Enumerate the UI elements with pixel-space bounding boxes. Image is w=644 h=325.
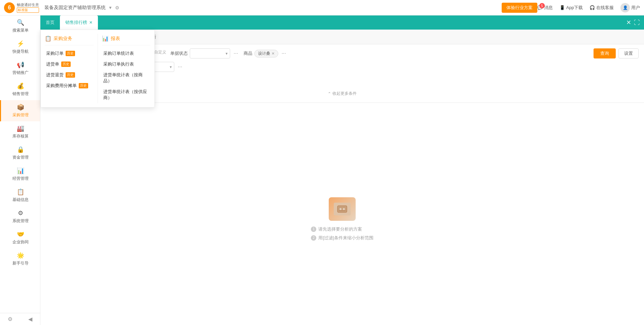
gear-icon[interactable]: ⚙ xyxy=(115,5,119,10)
user-label: 用户 xyxy=(631,5,640,11)
sidebar-item-inventory[interactable]: 🏭 库存核算 xyxy=(0,121,40,143)
sidebar: 🔍 搜索菜单 ⚡ 快捷导航 📢 营销推广 💰 销售管理 📦 采购管理 🏭 库存核… xyxy=(0,15,40,325)
goods-tag-close[interactable]: ✕ xyxy=(272,51,275,56)
tab-sales-rank[interactable]: 销售排行榜 ✕ xyxy=(60,15,98,30)
tab-sales-rank-label: 销售排行榜 xyxy=(65,19,87,26)
sidebar-item-sales[interactable]: 💰 销售管理 xyxy=(0,79,40,100)
dropdown-report-1[interactable]: 采购订单统计表 xyxy=(102,48,151,59)
report-3-label: 进货单统计表（按商品） xyxy=(103,72,149,84)
report-4-label: 进货单统计表（按供应商） xyxy=(103,89,149,101)
status-select[interactable] xyxy=(190,48,230,58)
report-col-title-text: 报表 xyxy=(111,36,120,42)
headset-icon: 🎧 xyxy=(589,5,595,10)
logo-subtitle: 畅捷通好生意 xyxy=(17,2,39,7)
app-label: App下载 xyxy=(566,5,583,11)
empty-hint-2: 2 用[过滤]条件来缩小分析范围 xyxy=(311,235,373,241)
factory-icon: 🏭 xyxy=(17,125,24,132)
action-btns: 查询 设置 xyxy=(594,48,639,58)
incoming-label: 进货单 xyxy=(46,61,59,67)
phone-icon: 📱 xyxy=(560,5,565,10)
settings-filter-btn[interactable]: 设置 xyxy=(618,48,639,58)
tab-maximize-icon[interactable]: ⛶ xyxy=(634,19,640,26)
empty-screen xyxy=(334,203,351,215)
sidebar-item-operations[interactable]: 📊 经营管理 xyxy=(0,164,40,185)
dropdown-purchase-col: 📋 采购业务 采购订单 历史 进货单 历史 进货退货 历史 采购费用分摊单 历史 xyxy=(41,34,98,103)
logo-area: 6 畅捷通好生意 标准版 xyxy=(4,2,44,13)
empty-hint-1: 1 请先选择要分析的方案 xyxy=(311,226,373,232)
status-label: 单据状态 xyxy=(170,50,188,56)
dropdown-menu: 📋 采购业务 采购订单 历史 进货单 历史 进货退货 历史 采购费用分摊单 历史 xyxy=(40,30,155,108)
sidebar-item-marketing[interactable]: 📢 营销推广 xyxy=(0,58,40,79)
sidebar-item-finance[interactable]: 🔒 资金管理 xyxy=(0,143,40,164)
dropdown-cols: 📋 采购业务 采购订单 历史 进货单 历史 进货退货 历史 采购费用分摊单 历史 xyxy=(41,34,154,103)
sidebar-label-operations: 经营管理 xyxy=(12,176,29,181)
salesperson-ellipsis[interactable]: ··· xyxy=(176,64,183,70)
sidebar-collapse-btn[interactable]: ◀ xyxy=(28,316,32,322)
svg-point-1 xyxy=(339,208,342,210)
sidebar-item-collab[interactable]: 🤝 企业协同 xyxy=(0,227,40,248)
tab-bar-right: ✕ ⛶ xyxy=(626,19,644,26)
main-content: 1 请先选择要分析的方案 2 用[过滤]条件来缩小分析范围 xyxy=(40,103,644,325)
status-select-wrap: ▼ xyxy=(190,48,230,58)
sidebar-label-quick: 快捷导航 xyxy=(12,49,29,54)
dropdown-expense[interactable]: 采购费用分摊单 历史 xyxy=(45,80,94,91)
sidebar-item-search[interactable]: 🔍 搜索菜单 xyxy=(0,15,40,37)
hint1-text: 请先选择要分析的方案 xyxy=(318,226,362,232)
sidebar-label-basic: 基础信息 xyxy=(12,197,29,203)
custom-date-link[interactable]: 自定义 xyxy=(154,49,166,58)
svg-rect-3 xyxy=(339,210,346,211)
dropdown-report-4[interactable]: 进货单统计表（按供应商） xyxy=(102,86,151,103)
tab-close-icon[interactable]: ✕ xyxy=(89,20,93,25)
money-icon: 💰 xyxy=(17,82,24,90)
dropdown-report-col: 📊 报表 采购订单统计表 采购订单执行表 进货单统计表（按商品） 进货单统计表（… xyxy=(98,34,155,103)
report-2-label: 采购订单执行表 xyxy=(103,61,134,67)
user-btn[interactable]: 👤 用户 xyxy=(620,3,640,12)
goods-label: 商品 xyxy=(244,50,252,56)
sidebar-item-quick[interactable]: ⚡ 快捷导航 xyxy=(0,37,40,58)
tab-home[interactable]: 首页 xyxy=(40,15,60,30)
service-btn[interactable]: 🎧 在线客服 xyxy=(589,5,614,11)
sidebar-bottom: ⚙ ◀ xyxy=(0,313,40,325)
goods-tag-value: 设计桑 xyxy=(258,51,270,56)
tab-close-all-icon[interactable]: ✕ xyxy=(626,19,631,26)
search-icon: 🔍 xyxy=(17,19,24,26)
empty-text: 1 请先选择要分析的方案 2 用[过滤]条件来缩小分析范围 xyxy=(311,226,373,241)
industry-btn[interactable]: 体验行业方案 xyxy=(502,3,537,13)
message-btn[interactable]: 💬 5 消息 xyxy=(537,5,553,11)
box-icon: 📦 xyxy=(17,104,24,111)
sidebar-item-guide[interactable]: 🌟 新手引导 xyxy=(0,248,40,270)
goods-ellipsis[interactable]: ··· xyxy=(280,50,287,56)
report-col-title: 📊 报表 xyxy=(102,34,151,45)
sidebar-label-search: 搜索菜单 xyxy=(12,28,29,33)
purchase-title-icon: 📋 xyxy=(45,35,51,42)
megaphone-icon: 📢 xyxy=(17,61,24,69)
sidebar-settings-btn[interactable]: ⚙ xyxy=(8,316,12,322)
dropdown-incoming[interactable]: 进货单 历史 xyxy=(45,59,94,70)
sidebar-item-basic[interactable]: 📋 基础信息 xyxy=(0,185,40,206)
sidebar-label-collab: 企业协同 xyxy=(12,239,29,245)
sidebar-label-finance: 资金管理 xyxy=(12,155,29,160)
purchase-order-label: 采购订单 xyxy=(46,50,64,56)
sidebar-label-purchase: 采购管理 xyxy=(12,112,29,118)
dropdown-purchase-order[interactable]: 采购订单 历史 xyxy=(45,48,94,59)
sidebar-label-inventory: 库存核算 xyxy=(12,133,29,139)
dropdown-report-2[interactable]: 采购订单执行表 xyxy=(102,59,151,70)
query-btn[interactable]: 查询 xyxy=(594,48,616,58)
sidebar-item-purchase[interactable]: 📦 采购管理 xyxy=(0,100,40,121)
sidebar-label-sales: 销售管理 xyxy=(12,91,29,97)
status-ellipsis[interactable]: ··· xyxy=(232,50,239,56)
sidebar-item-system[interactable]: ⚙ 系统管理 xyxy=(0,206,40,227)
purchase-col-title-text: 采购业务 xyxy=(53,36,72,42)
logo-text-area: 畅捷通好生意 标准版 xyxy=(17,2,39,12)
app-download-btn[interactable]: 📱 App下载 xyxy=(560,5,583,11)
dropdown-return[interactable]: 进货退货 历史 xyxy=(45,70,94,80)
header-right: 💬 5 消息 📱 App下载 🎧 在线客服 👤 用户 xyxy=(537,3,640,12)
star-icon: 🌟 xyxy=(17,252,24,259)
logo-tag: 标准版 xyxy=(17,7,39,13)
tab-bar: 首页 销售排行榜 ✕ ✕ ⛶ xyxy=(40,15,644,30)
step-1: 1 xyxy=(311,227,316,232)
report-title-icon: 📊 xyxy=(102,35,109,42)
dropdown-report-3[interactable]: 进货单统计表（按商品） xyxy=(102,70,151,86)
title-dropdown-arrow[interactable]: ▼ xyxy=(108,5,112,10)
history-badge-2: 历史 xyxy=(66,72,75,78)
